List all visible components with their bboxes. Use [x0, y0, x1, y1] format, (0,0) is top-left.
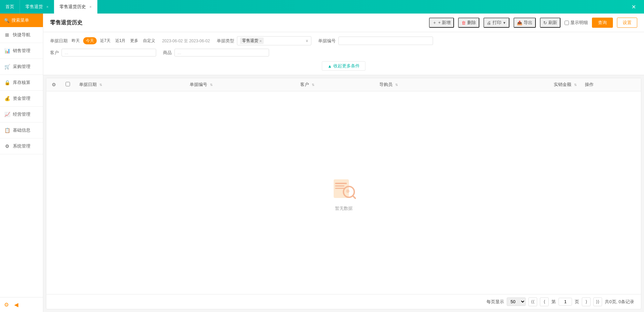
sidebar-item-quick-nav[interactable]: ⊞ 快捷导航: [0, 27, 43, 43]
table-settings-icon[interactable]: ⚙: [50, 81, 57, 89]
customer-placeholder: ...: [65, 50, 68, 55]
sidebar-search[interactable]: 🔍 搜索菜单: [0, 14, 43, 27]
date-filter-group: 单据日期 昨天 今天 近7天 近1月 更多 自定义 2023-06-02 至 2…: [50, 37, 210, 44]
sidebar-item-purchase[interactable]: 🛒 采购管理: [0, 59, 43, 75]
goods-select[interactable]: ...: [174, 49, 269, 57]
docno-filter-input[interactable]: [338, 37, 433, 45]
sidebar-icon-finance: 💰: [4, 95, 10, 102]
page-title: 零售退货历史: [50, 19, 82, 26]
delete-button[interactable]: 🗑 删除: [458, 18, 479, 28]
total-info: 共0页, 0条记录: [605, 299, 634, 305]
th-docno: 单据编号 ⇅: [186, 78, 296, 91]
show-detail-checkbox[interactable]: [565, 21, 569, 25]
next-page-button[interactable]: ⟩: [582, 297, 591, 306]
tab-close-retail-return[interactable]: ×: [46, 5, 48, 9]
window-close-button[interactable]: ✕: [629, 2, 639, 12]
th-checkbox: [62, 78, 75, 91]
sidebar-item-basic-info[interactable]: 📋 基础信息: [0, 122, 43, 138]
date-opt-today[interactable]: 今天: [83, 37, 97, 44]
th-date: 单据日期 ⇅: [75, 78, 186, 91]
sidebar-icon-system: ⚙: [4, 143, 10, 149]
th-customer-sort[interactable]: ⇅: [312, 83, 314, 87]
th-guide-label: 导购员: [379, 82, 392, 87]
tab-close-retail-return-history[interactable]: ×: [89, 5, 91, 9]
search-icon: 🔍: [4, 18, 9, 23]
export-icon: 📤: [517, 20, 522, 25]
window-controls: ✕: [629, 2, 644, 12]
doctype-filter-group: 单据类型 零售退货 × ∨: [217, 36, 311, 45]
sidebar-item-sales[interactable]: 📊 销售管理: [0, 43, 43, 59]
th-customer-label: 客户: [300, 82, 309, 87]
doctype-tag-remove[interactable]: ×: [260, 39, 262, 43]
date-opt-more[interactable]: 更多: [129, 37, 140, 44]
add-button[interactable]: ＋ + 新增: [429, 18, 454, 28]
svg-rect-1: [335, 183, 347, 184]
settings-button[interactable]: 设置: [617, 18, 637, 28]
top-bar: 首页零售退货×零售退货历史× ✕: [0, 0, 644, 14]
settings-bottom-icon[interactable]: ⚙: [4, 302, 9, 308]
doctype-tag-select[interactable]: 零售退货 × ∨: [237, 36, 311, 45]
date-opt-custom[interactable]: 自定义: [142, 37, 157, 44]
page-header: 零售退货历史 ＋ + 新增 🗑 删除 🖨 打印 ▼ 📤 导出: [43, 14, 644, 32]
th-amount-sort[interactable]: ⇅: [574, 83, 577, 87]
empty-state: 暂无数据: [46, 91, 641, 294]
tab-home[interactable]: 首页: [0, 0, 20, 14]
sidebar-item-operation[interactable]: 📈 经营管理: [0, 107, 43, 122]
sidebar-icon-inventory: 🔒: [4, 80, 10, 86]
customer-select[interactable]: ...: [62, 49, 156, 57]
sidebar-bottom: ⚙ ◀: [0, 297, 43, 312]
th-docno-label: 单据编号: [190, 82, 207, 87]
svg-point-6: [346, 190, 350, 193]
sidebar-label-purchase: 采购管理: [13, 64, 30, 70]
date-range-display: 2023-06-02 至 2023-06-02: [162, 38, 210, 44]
th-action: 操作: [581, 78, 641, 91]
date-opt-7days[interactable]: 近7天: [99, 37, 112, 44]
sidebar-item-inventory[interactable]: 🔒 库存核算: [0, 75, 43, 91]
tab-retail-return[interactable]: 零售退货×: [20, 0, 54, 14]
select-all-checkbox[interactable]: [66, 82, 70, 86]
th-settings: ⚙: [46, 78, 62, 91]
first-page-button[interactable]: ⟨⟨: [528, 297, 537, 306]
query-button[interactable]: 查询: [592, 18, 613, 28]
empty-text: 暂无数据: [335, 205, 353, 211]
page-size-label: 每页显示: [486, 299, 504, 305]
page-size-select[interactable]: 50 20 100: [507, 297, 526, 306]
date-opt-1month[interactable]: 近1月: [114, 37, 127, 44]
sidebar-item-finance[interactable]: 💰 资金管理: [0, 91, 43, 107]
tab-list: 首页零售退货×零售退货历史×: [0, 0, 629, 14]
page-label-pre: 第: [551, 299, 556, 305]
filter-section: 单据日期 昨天 今天 近7天 近1月 更多 自定义 2023-06-02 至 2…: [43, 32, 644, 75]
show-detail-checkbox-label[interactable]: 显示明细: [565, 20, 588, 26]
th-guide-sort[interactable]: ⇅: [395, 83, 398, 87]
doctype-filter-label: 单据类型: [217, 38, 234, 44]
collapse-icon: ▲: [328, 64, 332, 69]
th-amount-label: 实销金额: [554, 82, 571, 87]
print-dropdown-icon: ▼: [503, 21, 506, 25]
refresh-button[interactable]: ↻ 刷新: [540, 18, 560, 28]
th-date-sort[interactable]: ⇅: [99, 83, 102, 87]
export-button[interactable]: 📤 导出: [514, 18, 536, 28]
sidebar-item-system[interactable]: ⚙ 系统管理: [0, 138, 43, 154]
current-page-input[interactable]: [558, 298, 572, 306]
date-filter-label: 单据日期: [50, 38, 68, 44]
tab-retail-return-history[interactable]: 零售退货历史×: [54, 0, 97, 14]
svg-rect-3: [335, 188, 345, 189]
collapse-filter-button[interactable]: ▲ 收起更多条件: [322, 61, 365, 71]
goods-filter-label: 商品: [163, 50, 172, 56]
sidebar-icon-sales: 📊: [4, 48, 10, 54]
print-button[interactable]: 🖨 打印 ▼: [483, 18, 509, 28]
sidebar-icon-basic-info: 📋: [4, 127, 10, 133]
collapse-sidebar-icon[interactable]: ◀: [14, 302, 18, 308]
th-guide: 导购员 ⇅: [375, 78, 470, 91]
th-amount: 实销金额 ⇅: [470, 78, 581, 91]
page-label-post: 页: [575, 299, 579, 305]
sidebar-label-sales: 销售管理: [13, 48, 30, 54]
th-docno-sort[interactable]: ⇅: [210, 83, 213, 87]
doctype-tag-item: 零售退货 ×: [240, 38, 264, 44]
prev-page-button[interactable]: ⟨: [540, 297, 549, 306]
last-page-button[interactable]: ⟩⟩: [593, 297, 602, 306]
table-header-row: ⚙ 单据日期 ⇅ 单据编号 ⇅: [46, 78, 641, 91]
date-opt-yesterday[interactable]: 昨天: [70, 37, 81, 44]
content-area: 零售退货历史 ＋ + 新增 🗑 删除 🖨 打印 ▼ 📤 导出: [43, 14, 644, 312]
sidebar-nav: ⊞ 快捷导航 📊 销售管理 🛒 采购管理 🔒 库存核算 💰 资金管理 📈 经营管…: [0, 27, 43, 297]
